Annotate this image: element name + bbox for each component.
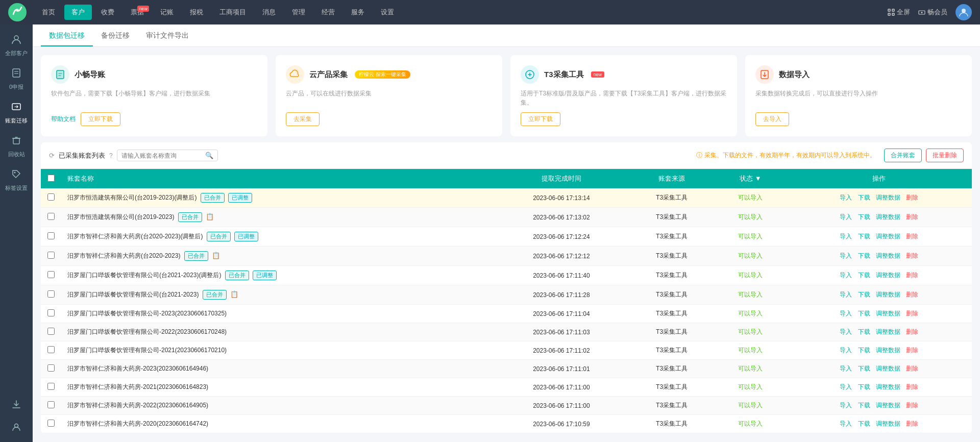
action-删除[interactable]: 删除 xyxy=(904,365,920,372)
sidebar-download[interactable] xyxy=(9,395,23,413)
action-调整数据[interactable]: 调整数据 xyxy=(874,252,902,259)
row-checkbox[interactable] xyxy=(47,364,55,372)
action-调整数据[interactable]: 调整数据 xyxy=(874,213,902,220)
action-下载[interactable]: 下载 xyxy=(856,291,872,298)
action-调整数据[interactable]: 调整数据 xyxy=(874,272,902,279)
nav-operation[interactable]: 经营 xyxy=(314,5,342,20)
sidebar-item-tag-settings[interactable]: 标签设置 xyxy=(0,163,33,197)
action-下载[interactable]: 下载 xyxy=(856,328,872,335)
batch-delete-btn[interactable]: 批量删除 xyxy=(926,149,964,162)
nav-business[interactable]: 工商项目 xyxy=(212,5,253,20)
action-导入[interactable]: 导入 xyxy=(838,252,854,259)
import-go-btn[interactable]: 去导入 xyxy=(755,112,789,126)
action-导入[interactable]: 导入 xyxy=(838,194,854,201)
action-调整数据[interactable]: 调整数据 xyxy=(874,402,902,409)
tab-audit-export[interactable]: 审计文件导出 xyxy=(138,26,197,46)
action-下载[interactable]: 下载 xyxy=(856,272,872,279)
action-删除[interactable]: 删除 xyxy=(904,252,920,259)
select-all-checkbox[interactable] xyxy=(47,175,55,182)
action-导入[interactable]: 导入 xyxy=(838,347,854,354)
action-删除[interactable]: 删除 xyxy=(904,328,920,335)
action-调整数据[interactable]: 调整数据 xyxy=(874,383,902,390)
action-导入[interactable]: 导入 xyxy=(838,233,854,240)
row-icon[interactable]: 📋 xyxy=(230,290,238,298)
logo-icon[interactable] xyxy=(8,3,27,21)
row-checkbox[interactable] xyxy=(47,328,55,335)
action-下载[interactable]: 下载 xyxy=(856,402,872,409)
action-下载[interactable]: 下载 xyxy=(856,420,872,427)
nav-ticket[interactable]: 票据 new xyxy=(124,5,151,20)
action-导入[interactable]: 导入 xyxy=(838,420,854,427)
action-下载[interactable]: 下载 xyxy=(856,213,872,220)
list-help-icon[interactable]: ? xyxy=(109,152,113,159)
action-下载[interactable]: 下载 xyxy=(856,347,872,354)
row-checkbox[interactable] xyxy=(47,232,55,239)
tab-backup-migration[interactable]: 备份迁移 xyxy=(93,26,138,46)
action-删除[interactable]: 删除 xyxy=(904,420,920,427)
merge-account-btn[interactable]: 合并账套 xyxy=(884,149,922,162)
nav-fee[interactable]: 收费 xyxy=(94,5,121,20)
action-调整数据[interactable]: 调整数据 xyxy=(874,365,902,372)
row-icon[interactable]: 📋 xyxy=(212,252,220,259)
row-checkbox[interactable] xyxy=(47,290,55,298)
action-调整数据[interactable]: 调整数据 xyxy=(874,291,902,298)
row-checkbox[interactable] xyxy=(47,309,55,316)
action-下载[interactable]: 下载 xyxy=(856,233,872,240)
sidebar-profile[interactable] xyxy=(9,418,23,436)
row-checkbox[interactable] xyxy=(47,383,55,390)
row-icon[interactable]: 📋 xyxy=(206,213,214,220)
action-调整数据[interactable]: 调整数据 xyxy=(874,310,902,317)
action-删除[interactable]: 删除 xyxy=(904,233,920,240)
nav-customer[interactable]: 客户 xyxy=(64,5,92,20)
nav-accounting[interactable]: 记账 xyxy=(153,5,181,20)
action-导入[interactable]: 导入 xyxy=(838,383,854,390)
action-导入[interactable]: 导入 xyxy=(838,402,854,409)
action-下载[interactable]: 下载 xyxy=(856,365,872,372)
t3-download-btn[interactable]: 立即下载 xyxy=(521,112,560,126)
action-导入[interactable]: 导入 xyxy=(838,328,854,335)
sidebar-item-account-migration[interactable]: 账套迁移 xyxy=(0,96,33,130)
refresh-icon[interactable]: ⟳ xyxy=(49,152,55,159)
action-调整数据[interactable]: 调整数据 xyxy=(874,233,902,240)
xiaochang-download-btn[interactable]: 立即下载 xyxy=(81,112,120,126)
action-删除[interactable]: 删除 xyxy=(904,272,920,279)
nav-manage[interactable]: 管理 xyxy=(285,5,312,20)
action-下载[interactable]: 下载 xyxy=(856,383,872,390)
row-checkbox[interactable] xyxy=(47,346,55,353)
nav-home[interactable]: 首页 xyxy=(35,5,62,20)
action-删除[interactable]: 删除 xyxy=(904,347,920,354)
search-icon[interactable]: 🔍 xyxy=(205,152,213,159)
search-input[interactable] xyxy=(121,152,203,159)
action-导入[interactable]: 导入 xyxy=(838,310,854,317)
row-checkbox[interactable] xyxy=(47,401,55,408)
xiaochang-help-link[interactable]: 帮助文档 xyxy=(51,115,76,124)
row-checkbox[interactable] xyxy=(47,213,55,220)
user-avatar[interactable] xyxy=(955,4,972,20)
vip-btn[interactable]: 畅会员 xyxy=(918,8,947,17)
action-下载[interactable]: 下载 xyxy=(856,194,872,201)
sidebar-item-zero-report[interactable]: 0申报 xyxy=(0,62,33,96)
col-status[interactable]: 状态 ▼ xyxy=(715,169,787,188)
tab-data-migration[interactable]: 数据包迁移 xyxy=(41,26,93,46)
action-导入[interactable]: 导入 xyxy=(838,291,854,298)
action-调整数据[interactable]: 调整数据 xyxy=(874,328,902,335)
nav-tax[interactable]: 报税 xyxy=(183,5,210,20)
cloud-collect-btn[interactable]: 去采集 xyxy=(286,112,320,126)
action-删除[interactable]: 删除 xyxy=(904,402,920,409)
action-导入[interactable]: 导入 xyxy=(838,365,854,372)
row-checkbox[interactable] xyxy=(47,271,55,278)
sidebar-item-trash[interactable]: 回收站 xyxy=(0,130,33,163)
action-调整数据[interactable]: 调整数据 xyxy=(874,420,902,427)
action-调整数据[interactable]: 调整数据 xyxy=(874,347,902,354)
nav-message[interactable]: 消息 xyxy=(255,5,283,20)
action-删除[interactable]: 删除 xyxy=(904,291,920,298)
action-删除[interactable]: 删除 xyxy=(904,310,920,317)
row-checkbox[interactable] xyxy=(47,193,55,201)
action-删除[interactable]: 删除 xyxy=(904,383,920,390)
fullscreen-btn[interactable]: 全屏 xyxy=(888,8,910,17)
action-导入[interactable]: 导入 xyxy=(838,213,854,220)
sidebar-item-all-customers[interactable]: 全部客户 xyxy=(0,29,33,62)
nav-settings[interactable]: 设置 xyxy=(374,5,401,20)
nav-service[interactable]: 服务 xyxy=(344,5,372,20)
action-导入[interactable]: 导入 xyxy=(838,272,854,279)
